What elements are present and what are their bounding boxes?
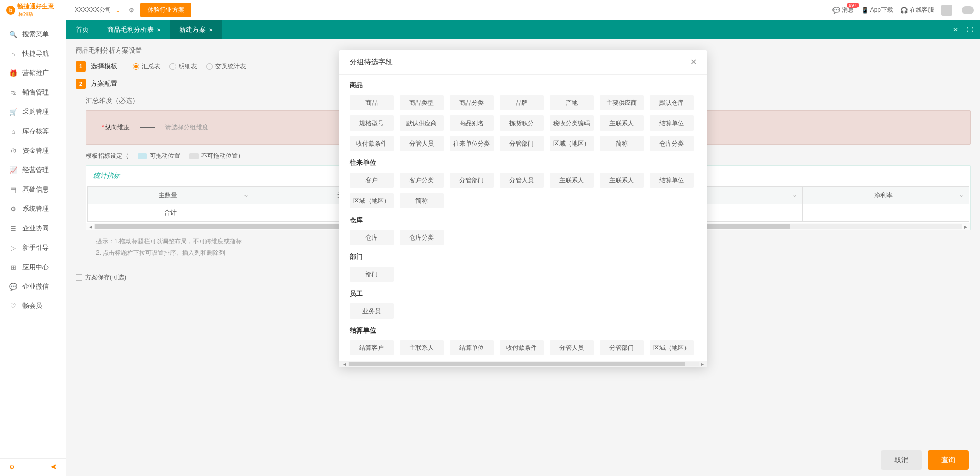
field-option[interactable]: 默认仓库 (650, 95, 694, 110)
message-icon: 💬 (832, 7, 840, 14)
field-option[interactable]: 商品 (350, 95, 394, 110)
header-right: 💬 消息 99+ 📱 App下载 🎧 在线客服 (832, 5, 974, 16)
sidebar-item-label: 采购管理 (22, 107, 49, 116)
sidebar-item-label: 快捷导航 (22, 49, 49, 58)
settings-icon[interactable]: ⚙ (9, 464, 15, 471)
field-option[interactable]: 主联系人 (600, 115, 644, 131)
sidebar-item-9[interactable]: ⚙系统管理 (0, 199, 66, 219)
sidebar-icon: ⊞ (9, 263, 17, 271)
field-option[interactable]: 分管人员 (400, 136, 444, 151)
sidebar-item-label: 销售管理 (22, 88, 49, 97)
sidebar-icon: 🛍 (9, 88, 17, 97)
sidebar-item-label: 畅会员 (22, 301, 42, 311)
field-option[interactable]: 分管部门 (450, 173, 494, 188)
sidebar-icon: 🎁 (9, 69, 17, 77)
sidebar-item-label: 基础信息 (22, 185, 49, 194)
field-option[interactable]: 商品别名 (450, 115, 494, 131)
field-group-title: 商品 (350, 81, 703, 90)
app-header: b 畅捷通好生意 标准版 XXXXXX公司 ⌄ ⚙ 体验行业方案 💬 消息 99… (0, 0, 980, 20)
field-option[interactable]: 结算单位 (650, 115, 694, 131)
field-option[interactable]: 收付款条件 (500, 340, 544, 355)
field-option[interactable]: 税收分类编码 (550, 115, 594, 131)
field-option[interactable]: 仓库分类 (650, 136, 694, 151)
field-group-title: 部门 (350, 252, 703, 261)
field-option[interactable]: 部门 (350, 267, 394, 282)
field-group: 商品商品商品类型商品分类品牌产地主要供应商默认仓库规格型号默认供应商商品别名拣货… (350, 81, 703, 151)
field-option[interactable]: 结算客户 (350, 340, 394, 355)
field-group: 仓库仓库仓库分类 (350, 216, 703, 245)
field-option[interactable]: 结算单位 (650, 173, 694, 188)
field-option[interactable]: 客户分类 (400, 173, 444, 188)
scroll-left-icon[interactable]: ◂ (340, 361, 348, 367)
field-option[interactable]: 品牌 (500, 95, 544, 110)
field-option[interactable]: 区域（地区） (350, 193, 394, 208)
field-option[interactable]: 分管人员 (550, 340, 594, 355)
modal-close-button[interactable]: ✕ (690, 57, 697, 67)
field-option[interactable]: 产地 (550, 95, 594, 110)
field-option[interactable]: 业务员 (350, 303, 394, 319)
sidebar-item-1[interactable]: ⌂快捷导航 (0, 44, 66, 63)
sidebar-item-14[interactable]: ♡畅会员 (0, 296, 66, 316)
sidebar-icon: ☰ (9, 224, 17, 232)
online-service-link[interactable]: 🎧 在线客服 (900, 6, 934, 14)
field-option[interactable]: 分管部门 (600, 340, 644, 355)
trial-plan-button[interactable]: 体验行业方案 (140, 3, 191, 17)
field-option[interactable]: 仓库 (350, 230, 394, 245)
field-option[interactable]: 主联系人 (600, 173, 644, 188)
field-option[interactable]: 主联系人 (550, 173, 594, 188)
field-option[interactable]: 简称 (400, 193, 444, 208)
sidebar-icon: ♡ (9, 302, 17, 310)
scroll-thumb[interactable] (349, 362, 685, 366)
field-option[interactable]: 往来单位分类 (450, 136, 494, 151)
sidebar-item-5[interactable]: ⌂库存核算 (0, 122, 66, 141)
edition-badge: 标准版 (18, 11, 54, 18)
sidebar-item-0[interactable]: 🔍搜索菜单 (0, 25, 66, 44)
field-option[interactable]: 收付款条件 (350, 136, 394, 151)
company-selector[interactable]: XXXXXX公司 ⌄ ⚙ (75, 6, 134, 14)
field-option[interactable]: 区域（地区） (650, 340, 694, 355)
sidebar-icon: ⚙ (9, 205, 17, 213)
field-option[interactable]: 客户 (350, 173, 394, 188)
field-option[interactable]: 商品分类 (450, 95, 494, 110)
field-group-title: 员工 (350, 289, 703, 298)
sidebar-item-2[interactable]: 🎁营销推广 (0, 63, 66, 83)
modal-h-scrollbar[interactable]: ◂ ▸ (339, 361, 707, 367)
sidebar-item-label: 企业协同 (22, 224, 49, 233)
sidebar-item-label: 企业微信 (22, 282, 49, 291)
field-option[interactable]: 结算单位 (450, 340, 494, 355)
sidebar-item-4[interactable]: 🛒采购管理 (0, 102, 66, 122)
sidebar-item-6[interactable]: ⏱资金管理 (0, 141, 66, 160)
field-option[interactable]: 主要供应商 (600, 95, 644, 110)
sidebar-item-label: 库存核算 (22, 127, 49, 136)
sidebar-item-label: 搜索菜单 (22, 30, 49, 39)
scroll-right-icon[interactable]: ▸ (699, 361, 706, 367)
modal-body: 商品商品商品类型商品分类品牌产地主要供应商默认仓库规格型号默认供应商商品别名拣货… (339, 75, 707, 361)
field-option[interactable]: 默认供应商 (400, 115, 444, 131)
company-name: XXXXXX公司 (75, 6, 111, 14)
gear-icon[interactable]: ⚙ (129, 7, 134, 14)
sidebar-item-11[interactable]: ▷新手引导 (0, 238, 66, 257)
sidebar-item-8[interactable]: ▤基础信息 (0, 180, 66, 199)
field-option[interactable]: 分管部门 (500, 136, 544, 151)
collapse-icon[interactable]: ⮜ (51, 464, 57, 471)
field-option[interactable]: 区域（地区） (550, 136, 594, 151)
field-option[interactable]: 简称 (600, 136, 644, 151)
sidebar-item-7[interactable]: 📈经营管理 (0, 160, 66, 180)
messages-link[interactable]: 💬 消息 99+ (832, 6, 854, 14)
field-option[interactable]: 仓库分类 (400, 230, 444, 245)
sidebar-item-13[interactable]: 💬企业微信 (0, 277, 66, 296)
sidebar-item-label: 营销推广 (22, 68, 49, 78)
sidebar-item-10[interactable]: ☰企业协同 (0, 219, 66, 238)
sidebar-item-3[interactable]: 🛍销售管理 (0, 83, 66, 102)
field-option[interactable]: 主联系人 (400, 340, 444, 355)
field-option[interactable]: 分管人员 (500, 173, 544, 188)
field-option[interactable]: 拣货积分 (500, 115, 544, 131)
user-menu[interactable] (962, 6, 974, 14)
field-group: 部门部门 (350, 252, 703, 282)
field-option[interactable]: 商品类型 (400, 95, 444, 110)
field-group-title: 仓库 (350, 216, 703, 225)
app-download-link[interactable]: 📱 App下载 (861, 6, 893, 14)
avatar[interactable] (941, 5, 952, 16)
field-option[interactable]: 规格型号 (350, 115, 394, 131)
sidebar-item-12[interactable]: ⊞应用中心 (0, 257, 66, 277)
